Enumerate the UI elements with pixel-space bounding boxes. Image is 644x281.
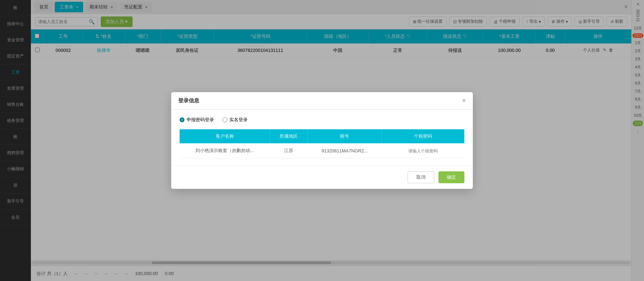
region-cell: 江苏 [270,143,308,158]
client-name-cell: 刘小艳演示账套（勿删勿动... [180,143,270,158]
modal-overlay: 登录信息 × 申报密码登录 实名登录 客户名称 所属地区 [0,0,644,281]
login-info-modal: 登录信息 × 申报密码登录 实名登录 客户名称 所属地区 [171,92,473,189]
modal-title: 登录信息 [178,97,199,104]
radio-realname[interactable] [222,117,227,122]
col-tax-id: 税号 [308,129,382,143]
modal-footer: 取消 确定 [171,165,473,189]
col-client-name: 客户名称 [180,129,270,143]
client-table: 客户名称 所属地区 税号 个税密码 刘小艳演示账套（勿删勿动... 江苏 913… [180,129,464,158]
client-table-header: 客户名称 所属地区 税号 个税密码 [180,129,464,143]
tax-id-cell: 91320811MA7NGR2... [308,143,382,158]
radio-password-text: 申报密码登录 [187,117,214,123]
modal-header: 登录信息 × [171,92,473,110]
modal-body: 申报密码登录 实名登录 客户名称 所属地区 税号 个税密码 [171,110,473,165]
modal-close-button[interactable]: × [462,97,466,104]
confirm-button[interactable]: 确定 [438,171,464,183]
radio-realname-label[interactable]: 实名登录 [222,117,248,123]
login-type-group: 申报密码登录 实名登录 [180,117,464,123]
cancel-button[interactable]: 取消 [408,171,434,183]
password-cell[interactable] [382,143,464,158]
col-region: 所属地区 [270,129,308,143]
password-input[interactable] [387,149,459,153]
client-table-row: 刘小艳演示账套（勿删勿动... 江苏 91320811MA7NGR2... [180,143,464,158]
radio-password-label[interactable]: 申报密码登录 [180,117,214,123]
radio-realname-text: 实名登录 [229,117,248,123]
radio-password[interactable] [180,117,185,122]
col-password: 个税密码 [382,129,464,143]
